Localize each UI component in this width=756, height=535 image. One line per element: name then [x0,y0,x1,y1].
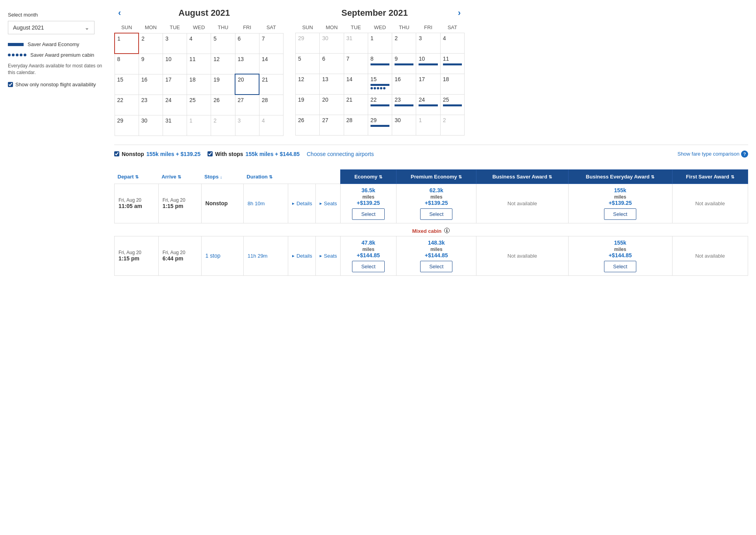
nonstop-filter-checkbox[interactable] [114,151,119,156]
calendar-day[interactable]: 13 [235,54,259,74]
calendar-day[interactable]: 29 [368,115,392,136]
select-button[interactable]: Select [604,261,636,272]
calendar-day[interactable]: 26 [296,115,320,136]
calendar-day[interactable]: 28 [259,95,283,115]
calendar-day[interactable]: 19 [211,74,235,95]
select-button[interactable]: Select [420,261,452,272]
nonstop-checkbox[interactable] [8,82,13,87]
legend-economy: Saver Award Economy [8,41,102,47]
calendar-day[interactable]: 10 [416,54,440,74]
calendar-day[interactable]: 29 [296,33,320,54]
calendar-day[interactable]: 16 [139,74,163,95]
calendar-day[interactable]: 8 [115,54,139,74]
calendar-day[interactable]: 1 [416,115,440,136]
calendar-day[interactable]: 8 [368,54,392,74]
calendar-day[interactable]: 4 [440,33,464,54]
calendar-day[interactable]: 10 [163,54,187,74]
calendar-day[interactable]: 15 [115,74,139,95]
month-dropdown[interactable]: August 2021 ⌄ [8,21,94,34]
calendar-day[interactable]: 1 [368,33,392,54]
calendar-day[interactable]: 21 [344,95,368,115]
calendar-day[interactable]: 13 [320,74,344,95]
calendar-day[interactable]: 31 [344,33,368,54]
calendar-day[interactable]: 5 [296,54,320,74]
calendar-day[interactable]: 3 [163,33,187,54]
economy-header[interactable]: Economy ⇅ [340,169,396,184]
calendar-day[interactable]: 2 [440,115,464,136]
select-button[interactable]: Select [352,208,384,220]
calendar-day[interactable]: 2 [392,33,416,54]
calendar-day[interactable]: 9 [139,54,163,74]
calendar-day[interactable]: 25 [187,95,211,115]
calendar-day[interactable]: 28 [344,115,368,136]
calendar-day[interactable]: 6 [235,33,259,54]
calendar-day[interactable]: 7 [344,54,368,74]
calendar-day[interactable]: 27 [320,115,344,136]
calendar-day[interactable]: 12 [211,54,235,74]
nonstop-checkbox-label[interactable]: Show only nonstop flight availability [15,82,96,87]
calendar-day[interactable]: 4 [259,115,283,136]
calendar-day[interactable]: 20 [320,95,344,115]
select-button[interactable]: Select [604,208,636,220]
premium-economy-header[interactable]: Premium Economy ⇅ [397,169,476,184]
seats-link[interactable]: ► Seats [319,253,337,259]
stops-value[interactable]: 1 stop [206,253,220,259]
calendar-day[interactable]: 18 [440,74,464,95]
next-month-nav[interactable]: › [454,8,465,18]
calendar-day[interactable]: 12 [296,74,320,95]
calendar-day[interactable]: 15 [368,74,392,95]
calendar-day[interactable]: 21 [259,74,283,95]
choose-airports-link[interactable]: Choose connecting airports [307,151,374,157]
first-saver-header[interactable]: First Saver Award ⇅ [672,169,748,184]
select-button[interactable]: Select [420,208,452,220]
calendar-day[interactable]: 2 [139,33,163,54]
details-link[interactable]: ► Details [291,201,312,206]
calendar-day[interactable]: 23 [139,95,163,115]
calendar-day[interactable]: 1 [115,33,139,54]
calendar-day[interactable]: 2 [211,115,235,136]
calendar-day[interactable]: 30 [392,115,416,136]
calendar-day[interactable]: 23 [392,95,416,115]
business-saver-header[interactable]: Business Saver Award ⇅ [476,169,568,184]
calendar-day[interactable]: 29 [115,115,139,136]
calendar-day[interactable]: 7 [259,33,283,54]
calendar-day[interactable]: 4 [187,33,211,54]
stops-header[interactable]: Stops ↓ [201,169,243,184]
calendar-day[interactable]: 1 [187,115,211,136]
calendar-day[interactable]: 14 [344,74,368,95]
calendar-day[interactable]: 5 [211,33,235,54]
calendar-day[interactable]: 17 [163,74,187,95]
calendar-day[interactable]: 27 [235,95,259,115]
calendar-day[interactable]: 30 [139,115,163,136]
calendar-day[interactable]: 24 [416,95,440,115]
calendar-day[interactable]: 20 [235,74,259,95]
calendar-day[interactable]: 24 [163,95,187,115]
depart-header[interactable]: Depart ⇅ [115,169,159,184]
seats-link[interactable]: ► Seats [319,201,337,206]
calendar-day[interactable]: 25 [440,95,464,115]
details-link[interactable]: ► Details [291,253,312,259]
calendar-day[interactable]: 3 [416,33,440,54]
calendar-day[interactable]: 16 [392,74,416,95]
calendar-day[interactable]: 31 [163,115,187,136]
calendar-day[interactable]: 14 [259,54,283,74]
calendar-day[interactable]: 22 [115,95,139,115]
calendar-day[interactable]: 9 [392,54,416,74]
calendar-day[interactable]: 3 [235,115,259,136]
show-fare-link[interactable]: Show fare type comparison ? [677,150,748,158]
select-button[interactable]: Select [352,261,384,272]
prev-month-nav[interactable]: ‹ [114,8,125,18]
duration-header[interactable]: Duration ⇅ [243,169,288,184]
calendar-day[interactable]: 30 [320,33,344,54]
calendar-day[interactable]: 19 [296,95,320,115]
calendar-day[interactable]: 17 [416,74,440,95]
business-everyday-header[interactable]: Business Everyday Award ⇅ [568,169,672,184]
calendar-day[interactable]: 6 [320,54,344,74]
calendar-day[interactable]: 18 [187,74,211,95]
calendar-day[interactable]: 22 [368,95,392,115]
arrive-header[interactable]: Arrive ⇅ [158,169,201,184]
calendar-day[interactable]: 11 [440,54,464,74]
calendar-day[interactable]: 11 [187,54,211,74]
with-stops-filter-checkbox[interactable] [208,151,213,156]
calendar-day[interactable]: 26 [211,95,235,115]
